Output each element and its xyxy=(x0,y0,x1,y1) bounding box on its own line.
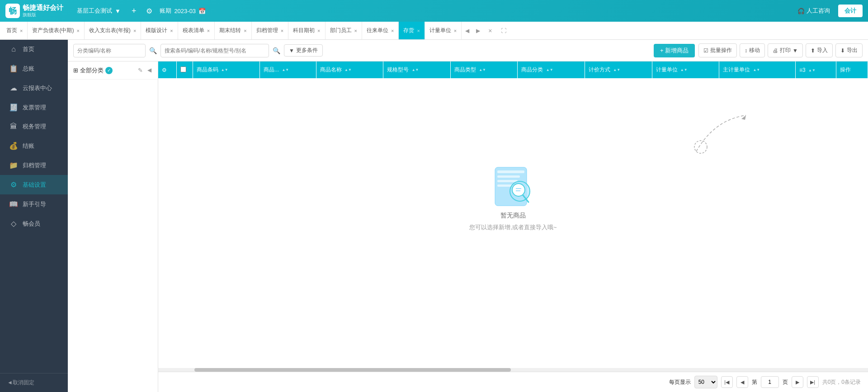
th-spec[interactable]: 规格型号 ▲▼ xyxy=(383,61,451,78)
svg-rect-5 xyxy=(497,180,518,182)
move-button[interactable]: ↕ 移动 xyxy=(740,43,765,57)
tab-next-button[interactable]: ▶ xyxy=(472,22,483,39)
sidebar-item-ledger[interactable]: 📋 总账 xyxy=(0,59,68,78)
category-search-input[interactable] xyxy=(73,44,146,57)
table-header-row: ⚙ 商品条码 ▲▼ 商品... ▲▼ xyxy=(158,61,868,78)
tab-partner-label: 往来单位 xyxy=(367,27,388,34)
export-button[interactable]: ⬇ 导出 xyxy=(835,43,863,57)
horizontal-scrollbar-thumb[interactable] xyxy=(194,368,511,372)
sidebar-collapse-button[interactable]: ◄取消固定 xyxy=(0,373,68,392)
tab-partner-close[interactable]: × xyxy=(391,28,394,33)
category-collapse-icon[interactable]: ◀ xyxy=(146,66,152,75)
tab-subject[interactable]: 科目期初 × xyxy=(288,22,325,39)
header-actions: 🎧 人工咨询 会计 xyxy=(793,5,863,17)
tab-balance[interactable]: 资产负债表(中期) × xyxy=(28,22,84,39)
sidebar-item-home[interactable]: ⌂ 首页 xyxy=(0,40,68,59)
wide-search-input[interactable] xyxy=(160,44,269,57)
help-button[interactable]: 🎧 人工咨询 xyxy=(793,5,835,17)
tab-home[interactable]: 首页 × xyxy=(2,22,28,39)
last-page-button[interactable]: ▶| xyxy=(807,376,819,388)
sidebar-item-member[interactable]: ◇ 畅会员 xyxy=(0,214,68,233)
sidebar-item-settle[interactable]: 💰 结账 xyxy=(0,136,68,156)
tab-expand-button[interactable]: ⛶ xyxy=(497,22,510,39)
sidebar-item-guide[interactable]: 📖 新手引导 xyxy=(0,194,68,214)
calendar-icon[interactable]: 📅 xyxy=(198,8,206,14)
category-header: ⊞ 全部分类 ✓ ✎ ◀ xyxy=(68,61,158,80)
print-button[interactable]: 🖨 打印 ▼ xyxy=(768,43,803,57)
th-operation: 操作 xyxy=(836,61,868,78)
print-dropdown-icon: ▼ xyxy=(793,47,798,54)
sidebar-item-invoice[interactable]: 🧾 发票管理 xyxy=(0,98,68,117)
batch-button[interactable]: ☑ 批量操作 xyxy=(698,43,737,57)
tab-dept[interactable]: 部门员工 × xyxy=(326,22,362,39)
tab-inventory[interactable]: 存货 × xyxy=(399,22,425,39)
col3-sort-icon: ▲▼ xyxy=(808,68,816,72)
tab-template[interactable]: 模版设计 × xyxy=(141,22,178,39)
page-number-input[interactable] xyxy=(761,376,779,388)
th-name[interactable]: 商品名称 ▲▼ xyxy=(316,61,383,78)
th-col3[interactable]: ≡3 ▲▼ xyxy=(796,61,836,78)
tab-tax-close[interactable]: × xyxy=(207,28,210,33)
select-all-checkbox[interactable] xyxy=(180,66,186,72)
th-unit[interactable]: 计量单位 ▲▼ xyxy=(652,61,719,78)
tab-closing-close[interactable]: × xyxy=(244,28,246,33)
import-button[interactable]: ⬆ 导入 xyxy=(806,43,833,57)
tab-closing[interactable]: 期末结转 × xyxy=(215,22,251,39)
tab-income-close[interactable]: × xyxy=(133,28,136,33)
spec-sort-icon: ▲▼ xyxy=(412,68,419,72)
sidebar-item-archive[interactable]: 📁 归档管理 xyxy=(0,156,68,175)
tab-prev-button[interactable]: ◀ xyxy=(462,22,472,39)
th-settings[interactable]: ⚙ xyxy=(158,61,176,78)
tab-partner[interactable]: 往来单位 × xyxy=(362,22,399,39)
category-edit-icon[interactable]: ✎ xyxy=(137,66,144,75)
filter-button[interactable]: ▼ 更多条件 xyxy=(284,44,323,57)
tab-income[interactable]: 收入支出表(年报) × xyxy=(85,22,141,39)
filter-icon: ▼ xyxy=(289,47,294,54)
tab-balance-close[interactable]: × xyxy=(76,28,79,33)
tab-home-close[interactable]: × xyxy=(20,28,23,33)
first-page-button[interactable]: |◀ xyxy=(721,376,733,388)
tab-archive[interactable]: 归档管理 × xyxy=(252,22,288,39)
svg-point-8 xyxy=(512,184,525,196)
wide-search-icon[interactable]: 🔍 xyxy=(273,47,280,54)
horizontal-scrollbar-track[interactable] xyxy=(158,368,868,372)
th-code[interactable]: 商品... ▲▼ xyxy=(260,61,316,78)
category-actions: ✎ ◀ xyxy=(137,66,152,75)
import-icon: ⬆ xyxy=(811,47,815,54)
th-unit-label: 计量单位 xyxy=(656,66,678,73)
th-price-method[interactable]: 计价方式 ▲▼ xyxy=(585,61,652,78)
sidebar-item-settings[interactable]: ⚙ 基础设置 xyxy=(0,175,68,194)
print-icon: 🖨 xyxy=(773,47,778,54)
sidebar-item-reports[interactable]: ☁ 云报表中心 xyxy=(0,78,68,98)
tab-close-all-button[interactable]: × xyxy=(483,22,497,39)
category-search-icon[interactable]: 🔍 xyxy=(149,47,157,54)
tab-dept-close[interactable]: × xyxy=(354,28,357,33)
sidebar-nav: ⌂ 首页 📋 总账 ☁ 云报表中心 🧾 发票管理 🏛 税务管理 💰 结账 xyxy=(0,40,68,373)
tab-unit[interactable]: 计量单位 × xyxy=(425,22,462,39)
per-page-select[interactable]: 50 10 20 100 xyxy=(694,376,717,388)
prev-page-button[interactable]: ◀ xyxy=(736,376,748,388)
next-page-button[interactable]: ▶ xyxy=(792,376,803,388)
tab-template-close[interactable]: × xyxy=(170,28,173,33)
th-barcode[interactable]: 商品条码 ▲▼ xyxy=(193,61,260,78)
settings-icon[interactable]: ⚙ xyxy=(143,6,155,16)
new-product-button[interactable]: + 新增商品 xyxy=(654,44,695,57)
tab-inventory-close[interactable]: × xyxy=(417,28,420,33)
page-unit-label: 页 xyxy=(783,378,788,386)
company-selector[interactable]: 基层工会测试 ▼ xyxy=(73,5,124,17)
tab-tax[interactable]: 税表清单 × xyxy=(178,22,215,39)
tab-unit-close[interactable]: × xyxy=(454,28,457,33)
tab-subject-close[interactable]: × xyxy=(317,28,320,33)
th-type-label: 商品类型 xyxy=(454,66,476,73)
tab-archive-close[interactable]: × xyxy=(281,28,283,33)
th-type[interactable]: 商品类型 ▲▼ xyxy=(450,61,518,78)
tab-template-label: 模版设计 xyxy=(146,27,167,34)
th-main-unit[interactable]: 主计量单位 ▲▼ xyxy=(719,61,796,78)
th-category[interactable]: 商品分类 ▲▼ xyxy=(518,61,585,78)
sidebar-item-tax[interactable]: 🏛 税务管理 xyxy=(0,117,68,136)
filter-label: 更多条件 xyxy=(296,47,318,54)
th-price-method-label: 计价方式 xyxy=(589,66,610,73)
add-tab-button[interactable]: + xyxy=(129,5,139,17)
th-check[interactable] xyxy=(176,61,193,78)
account-button[interactable]: 会计 xyxy=(838,5,863,17)
